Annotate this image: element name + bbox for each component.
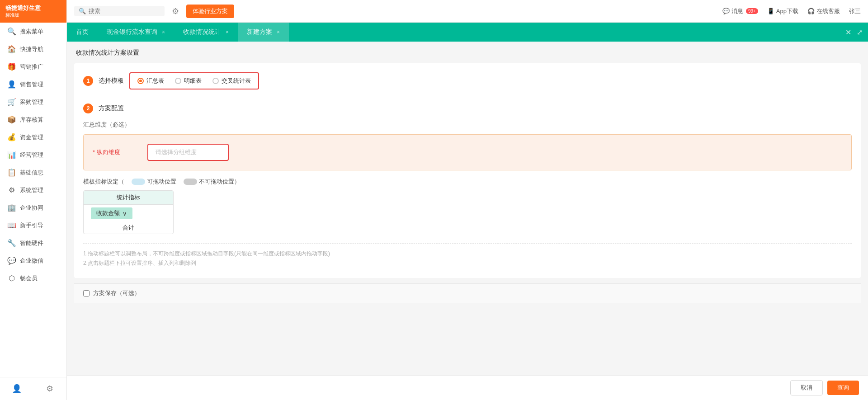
sidebar-bottom-right[interactable]: ⚙ [33,381,67,396]
search-menu-icon: 🔍 [7,27,16,36]
indicator-total-label: 合计 [84,222,173,234]
tab-collection-stats[interactable]: 收款情况统计× [174,23,238,42]
operations-icon: 📊 [7,151,16,159]
tab-label: 现金银行流水查询 [107,28,157,36]
purchase-icon: 🛒 [7,98,16,106]
radio-dot-cross [212,78,219,84]
download-btn[interactable]: 📱 App下载 [767,7,798,15]
sidebar-bottom: 👤 ⚙ [0,377,66,400]
sidebar-item-system[interactable]: ⚙系统管理 [0,181,66,199]
main-card: 1 选择模板 汇总表明细表交叉统计表 2 方案配置 汇总维度（必选） 纵向维度 … [74,63,861,278]
tab-home[interactable]: 首页 [67,23,98,42]
sidebar-item-purchase[interactable]: 🛒采购管理 [0,93,66,111]
tab-label: 首页 [76,28,89,36]
sidebar-item-member[interactable]: ⬡畅会员 [0,269,66,287]
tab-label: 新建方案 [247,28,272,36]
app-logo: 畅捷通好生意 标准版 [0,0,66,23]
download-label: App下载 [776,7,798,15]
immovable-badge [184,179,197,185]
sidebar-item-label: 系统管理 [20,186,43,194]
dimension-section-label: 汇总维度（必选） [83,121,852,129]
industry-btn[interactable]: 体验行业方案 [186,5,234,18]
sidebar-item-basic-info[interactable]: 📋基础信息 [0,164,66,181]
topbar: 🔍 ⚙ 体验行业方案 💬 消息 99+ 📱 App下载 🎧 在线客服 张三 [67,0,868,23]
tab-close-collection-stats[interactable]: × [226,29,229,35]
sidebar-item-search-menu[interactable]: 🔍搜索菜单 [0,23,66,40]
user-label: 张三 [849,7,861,15]
maximize-icon[interactable]: ⤢ [857,28,863,37]
save-section: 方案保存（可选） [74,283,861,303]
app-version: 标准版 [5,12,41,19]
sidebar-item-label: 企业协同 [20,204,43,212]
radio-summary[interactable]: 汇总表 [137,77,164,85]
tips-section: 1.拖动标题栏可以调整布局，不可跨维度或指标区域拖动目字段(只能在同一维度或指标… [83,243,852,267]
sidebar-item-inventory[interactable]: 📦库存核算 [0,111,66,128]
footer-bar: 取消 查询 [67,375,868,400]
sidebar-item-beginner[interactable]: 📖新手引导 [0,216,66,234]
search-box[interactable]: 🔍 [74,6,165,16]
cancel-button[interactable]: 取消 [790,380,823,395]
indicator-table: 统计指标 收款金额 ∨ 合计 [83,190,174,234]
sidebar-item-label: 库存核算 [20,116,43,124]
smart-hardware-icon: 🔧 [7,239,16,247]
sidebar-item-quick-nav[interactable]: 🏠快捷导航 [0,40,66,58]
sidebar-item-label: 资金管理 [20,133,43,141]
tab-cash-bank[interactable]: 现金银行流水查询× [98,23,174,42]
dimension-select[interactable]: 请选择分组维度 [147,144,229,161]
radio-label-detail: 明细表 [184,77,202,85]
sidebar-item-corp-collab[interactable]: 🏢企业协同 [0,199,66,216]
sidebar-item-smart-hardware[interactable]: 🔧智能硬件 [0,234,66,252]
radio-dot-detail [175,78,181,84]
step2-badge: 2 [83,104,93,113]
service-btn[interactable]: 🎧 在线客服 [807,7,840,15]
sidebar-item-sales[interactable]: 👤销售管理 [0,75,66,93]
sidebar-item-operations[interactable]: 📊经营管理 [0,146,66,164]
sidebar-bottom-left[interactable]: 👤 [0,381,33,396]
inventory-icon: 📦 [7,115,16,124]
sidebar-item-label: 基础信息 [20,169,43,177]
message-badge: 99+ [746,8,758,14]
dimension-arrow-icon: —— [127,149,140,156]
basic-info-icon: 📋 [7,168,16,177]
sidebar-item-finance[interactable]: 💰资金管理 [0,128,66,146]
sidebar-item-marketing[interactable]: 🎁营销推广 [0,58,66,75]
query-button[interactable]: 查询 [827,381,859,395]
indicator-chip[interactable]: 收款金额 ∨ [91,207,132,219]
template-radio-group: 汇总表明细表交叉统计表 [129,72,259,89]
settings-icon[interactable]: ⚙ [172,6,179,16]
save-label: 方案保存（可选） [93,289,140,297]
save-checkbox[interactable] [83,290,90,296]
marketing-icon: 🎁 [7,62,16,71]
divider1 [83,97,852,97]
finance-icon: 💰 [7,133,16,141]
content-area: 收款情况统计方案设置 1 选择模板 汇总表明细表交叉统计表 2 方案配置 汇总维… [67,42,868,375]
immovable-indicator: 不可拖动位置） [184,178,240,186]
message-label: 消息 [731,7,743,15]
sidebar-item-label: 搜索菜单 [20,28,43,36]
sidebar-item-corp-wechat[interactable]: 💬企业微信 [0,252,66,269]
tab-new-plan[interactable]: 新建方案× [238,23,289,42]
radio-cross[interactable]: 交叉统计表 [212,77,251,85]
tip-line-1: 1.拖动标题栏可以调整布局，不可跨维度或指标区域拖动目字段(只能在同一维度或指标… [83,250,852,258]
sidebar-item-label: 畅会员 [20,274,38,282]
tab-close-new-plan[interactable]: × [277,29,280,35]
radio-detail[interactable]: 明细表 [175,77,202,85]
movable-indicator: 可拖动位置 [132,178,176,186]
message-btn[interactable]: 💬 消息 99+ [722,7,758,15]
step1-label: 选择模板 [99,77,124,85]
movable-badge [132,179,145,185]
message-icon: 💬 [722,8,730,14]
indicator-header: 模板指标设定（ 可拖动位置 不可拖动位置） [83,178,852,186]
step1-row: 1 选择模板 汇总表明细表交叉统计表 [83,72,852,89]
service-icon: 🎧 [807,8,815,14]
close-window-icon[interactable]: ✕ [845,28,851,37]
step2-row: 2 方案配置 [83,104,852,113]
sidebar-item-label: 经营管理 [20,151,43,159]
user-name[interactable]: 张三 [849,7,861,15]
indicator-chip-label: 收款金额 [96,209,120,217]
radio-dot-summary [137,78,144,84]
sidebar-item-label: 智能硬件 [20,239,43,247]
search-input[interactable] [89,8,152,14]
tab-close-cash-bank[interactable]: × [162,29,165,35]
dimension-row: 纵向维度 —— 请选择分组维度 [93,144,842,161]
